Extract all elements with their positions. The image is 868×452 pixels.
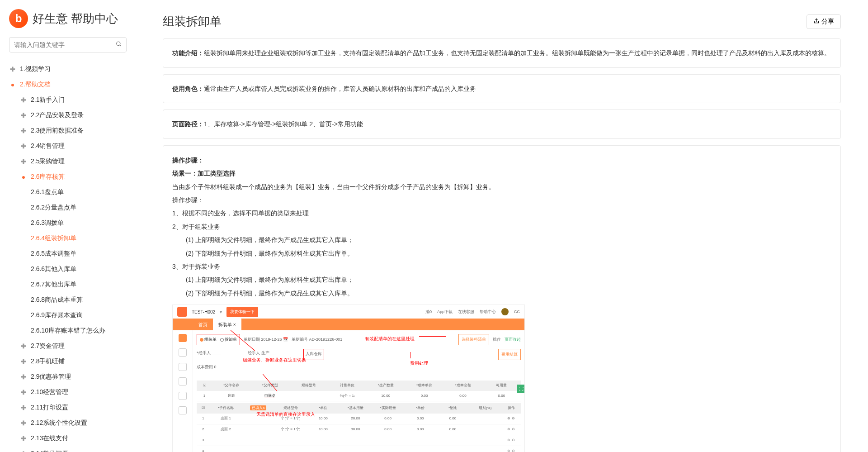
plus-icon: ✚ [20, 435, 27, 442]
minus-icon: ● [9, 81, 16, 88]
sidebar-item-2-6-2[interactable]: 2.6.2分量盘点单 [31, 200, 127, 215]
sidebar-item-2-4[interactable]: ✚2.4销售管理 [20, 138, 127, 154]
sidebar-item-2-6-1[interactable]: 2.6.1盘点单 [31, 185, 127, 200]
sidebar-item-2-3[interactable]: ✚2.3使用前数据准备 [20, 123, 127, 138]
nav-list: ✚1.视频学习 ●2.帮助文档 ✚2.1新手入门 ✚2.2产品安装及登录 ✚2.… [9, 62, 127, 452]
ss-home-icon [179, 334, 187, 342]
sidebar-item-2-9[interactable]: ✚2.9优惠券管理 [20, 369, 127, 385]
path-text: 1、库存核算->库存管理->组装拆卸单 2、首页->常用功能 [204, 120, 363, 128]
sidebar-item-2-11[interactable]: ✚2.11打印设置 [20, 400, 127, 415]
sidebar-item-2-6-7[interactable]: 2.6.7其他出库单 [31, 277, 127, 292]
plus-icon: ✚ [20, 419, 27, 427]
share-button[interactable]: 分享 [807, 14, 841, 29]
sidebar-item-2-2[interactable]: ✚2.2产品安装及登录 [20, 108, 127, 123]
search-box [9, 37, 127, 52]
ss-top-app: App下载 [437, 308, 453, 316]
ss-nav-icon [179, 348, 187, 357]
ss-top-service: 在线客服 [458, 308, 474, 316]
sidebar-item-2-6-8[interactable]: 2.6.8商品成本重算 [31, 292, 127, 308]
ss-nav-icon [179, 363, 187, 371]
plus-icon: ✚ [20, 389, 27, 396]
ss-logo-icon [177, 307, 187, 317]
ss-avatar-icon [501, 308, 509, 315]
steps-box: 操作步骤： 场景一：加工类型选择 当由多个子件材料组装成一个成品的业务为【组装】… [163, 145, 841, 452]
sidebar-item-2-6-9[interactable]: 2.6.9库存账本查询 [31, 308, 127, 323]
step-2-1: (1) 上部明细为父件明细，最终作为产成品生成其它入库单； [172, 233, 831, 247]
ss-type-selector: 组装单 拆卸单 [197, 334, 240, 345]
plus-icon: ✚ [20, 373, 27, 381]
plus-icon: ✚ [20, 158, 27, 165]
sidebar-item-2-13[interactable]: ✚2.13在线支付 [20, 431, 127, 446]
sidebar-item-2-6-3[interactable]: 2.6.3调拨单 [31, 215, 127, 231]
plus-icon: ✚ [20, 358, 27, 365]
ss-top-user: CC [514, 308, 520, 316]
ss-expand-icon: ⛶ [517, 385, 525, 393]
sidebar-item-2-5[interactable]: ✚2.5采购管理 [20, 154, 127, 169]
sidebar-item-2-7[interactable]: ✚2.7资金管理 [20, 338, 127, 354]
plus-icon: ✚ [20, 112, 27, 119]
search-icon[interactable] [116, 41, 122, 49]
step-3: 3、对于拆装业务 [172, 260, 831, 273]
ss-annotation: 有装配清单的在这里处理 [365, 334, 415, 343]
sidebar-item-2-10[interactable]: ✚2.10经营管理 [20, 385, 127, 400]
ss-top-msg: 消0 [425, 308, 432, 316]
ss-annotation: 费用处理 [410, 358, 428, 368]
scene-desc: 当由多个子件材料组装成一个成品的业务为【组装】业务，当由一个父件拆分成多个子产品… [172, 181, 831, 194]
sidebar-item-2-6-6[interactable]: 2.6.6其他入库单 [31, 262, 127, 277]
path-box: 页面路径：1、库存核算->库存管理->组装拆卸单 2、首页->常用功能 [163, 109, 841, 139]
ss-tab-home: 首页 [193, 318, 213, 331]
logo-area: b 好生意 帮助中心 [9, 9, 127, 28]
sidebar-item-2-1[interactable]: ✚2.1新手入门 [20, 92, 127, 108]
sidebar-item-2-12[interactable]: ✚2.12系统个性化设置 [20, 415, 127, 431]
op-label: 操作步骤： [172, 194, 831, 207]
ss-try-button: 我要体验一下 [226, 307, 258, 317]
plus-icon: ✚ [20, 96, 27, 104]
logo-icon: b [9, 9, 28, 28]
ss-tab-bar: 首页 拆装单 × [173, 319, 524, 330]
path-label: 页面路径： [172, 120, 204, 128]
step-2: 2、对于组装业务 [172, 220, 831, 233]
ss-nav-icon [179, 406, 187, 414]
step-2-2: (2) 下部明细为子件明细，最终作为原材料生成其它出库单。 [172, 247, 831, 260]
ss-tab-assembly: 拆装单 × [213, 318, 241, 331]
ss-child-header: ☑ *子件名称 已填入4 规格型号 *单位 *基本用量 *实际用量 *单价 *配… [197, 403, 521, 414]
step-3-2: (2) 下部明细为子件明细，最终作为产成品生成其它入库单。 [172, 287, 831, 300]
ss-top-bar: TEST-H002 ▾ 我要体验一下 消0 App下载 在线客服 帮助中心 CC [173, 305, 524, 319]
inline-screenshot: TEST-H002 ▾ 我要体验一下 消0 App下载 在线客服 帮助中心 CC… [172, 305, 525, 452]
ss-annotation: 无需选清单的直接在这里录入 [256, 409, 315, 419]
ss-annotation: 组装业务、拆卸业务在这里切换 [243, 355, 306, 365]
step-1: 1、根据不同的业务，选择不同单据的类型来处理 [172, 207, 831, 220]
minus-icon: ● [20, 173, 27, 181]
nav-item-video[interactable]: ✚1.视频学习 [9, 62, 127, 77]
nav-item-docs[interactable]: ●2.帮助文档 [9, 77, 127, 92]
page-title: 组装拆卸单 [163, 14, 222, 29]
sidebar: b 好生意 帮助中心 ✚1.视频学习 ●2.帮助文档 ✚2.1新手入门 ✚2.2… [0, 0, 136, 452]
sidebar-item-2-6-10[interactable]: 2.6.10库存账本错了怎么办 [31, 323, 127, 338]
sidebar-item-2-8[interactable]: ✚2.8手机旺铺 [20, 354, 127, 369]
plus-icon: ✚ [20, 404, 27, 411]
intro-box: 功能介绍：组装拆卸单用来处理企业组装或拆卸等加工业务，支持有固定装配清单的产品加… [163, 38, 841, 68]
logo-text: 好生意 帮助中心 [33, 11, 118, 27]
ss-fee-settle: 费用结算 [498, 349, 521, 360]
sidebar-item-2-6[interactable]: ●2.6库存核算 [20, 169, 127, 185]
role-text: 通常由生产人员或库管人员完成拆装业务的操作，库管人员确认原材料的出库和产成品的入… [204, 85, 476, 92]
plus-icon: ✚ [20, 343, 27, 350]
sidebar-item-2-6-5[interactable]: 2.6.5成本调整单 [31, 246, 127, 262]
ss-nav-icon [179, 392, 187, 400]
search-input[interactable] [9, 37, 127, 52]
svg-line-1 [120, 45, 121, 46]
ss-main-panel: 组装单 拆卸单 单据日期 2019-12-26 📅 单据编号 AD-201912… [193, 330, 524, 452]
ss-material-button: 选择装料清单 [458, 334, 489, 345]
main-content: 组装拆卸单 分享 功能介绍：组装拆卸单用来处理企业组装或拆卸等加工业务，支持有固… [136, 0, 868, 452]
role-box: 使用角色：通常由生产人员或库管人员完成拆装业务的操作，库管人员确认原材料的出库和… [163, 74, 841, 104]
sidebar-item-2-6-4[interactable]: 2.6.4组装拆卸单 [31, 231, 127, 246]
sidebar-item-2-14[interactable]: ✚2.14常见问题 [20, 446, 127, 452]
ss-parent-row: 1 床套 电脑桌 台(个 = 1; 10.00 0.00 0.00 0.00 [197, 391, 521, 402]
steps-label: 操作步骤： [172, 154, 831, 167]
ss-child-row: 2 桌面 2 个(个 = 1个) 10.00 30.00 0.00 0.00 0… [197, 424, 521, 435]
plus-icon: ✚ [20, 143, 27, 150]
scene-title: 场景一：加工类型选择 [172, 167, 831, 180]
svg-point-0 [117, 42, 120, 45]
ss-parent-header: ☑ *父件名称 *父件类型 规格型号 计量单位 *生产数量 *成本单价 *成本金… [197, 381, 521, 391]
page-header: 组装拆卸单 分享 [163, 14, 841, 29]
